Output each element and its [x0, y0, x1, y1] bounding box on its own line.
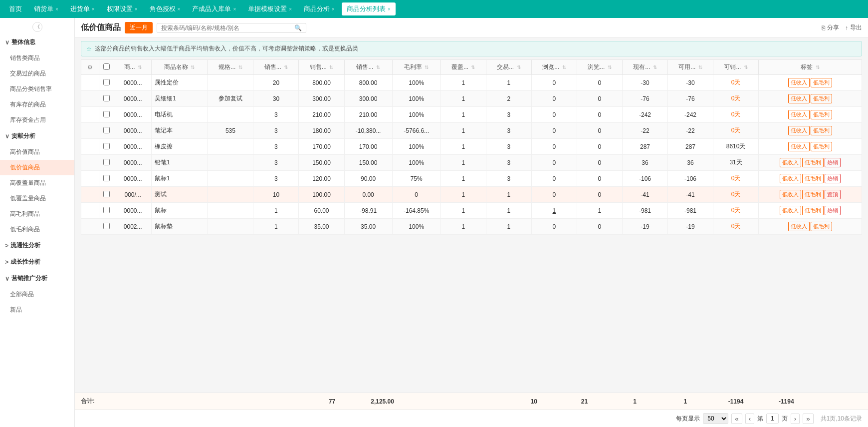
row-name-4[interactable]: 橡皮擦	[152, 139, 208, 155]
row-name-1[interactable]: 吴细细1	[152, 91, 208, 107]
sidebar-item-4-0[interactable]: 全部商品	[0, 287, 74, 302]
row-name-6[interactable]: 鼠标1	[152, 171, 208, 187]
nav-item-3[interactable]: 权限设置 ×	[102, 2, 143, 15]
col-stock3[interactable]: 可销... ⇅	[713, 60, 759, 75]
sidebar-item-1-0[interactable]: 高价值商品	[0, 144, 74, 160]
row-checkbox-0[interactable]	[99, 75, 114, 91]
export-button[interactable]: ↑ 导出	[845, 23, 862, 32]
prev-page-btn[interactable]: ‹	[745, 414, 754, 424]
row-name-5[interactable]: 铅笔1	[152, 155, 208, 171]
sidebar-item-1-2[interactable]: 高覆盖量商品	[0, 175, 74, 191]
col-coverage[interactable]: 覆盖... ⇅	[440, 60, 486, 75]
row-check-5[interactable]	[103, 159, 110, 165]
row-check-1[interactable]	[103, 95, 110, 101]
nav-close-icon-6[interactable]: ×	[289, 6, 292, 12]
col-s2[interactable]: 销售... ⇅	[299, 60, 344, 75]
sidebar-group-3[interactable]: >成长性分析	[0, 254, 74, 270]
col-trade[interactable]: 交易... ⇅	[486, 60, 531, 75]
sidebar-item-0-2[interactable]: 商品分类销售率	[0, 81, 74, 97]
row-checkbox-1[interactable]	[99, 91, 114, 107]
row-name-9[interactable]: 鼠标垫	[152, 219, 208, 235]
nav-item-8[interactable]: 商品分析列表 ×	[342, 2, 396, 15]
nav-close-icon-1[interactable]: ×	[55, 6, 58, 12]
row-check-7[interactable]	[103, 191, 110, 197]
share-button[interactable]: ⎘ 分享	[822, 23, 839, 32]
col-tags[interactable]: 标签 ⇅	[759, 60, 862, 75]
col-code[interactable]: 商... ⇅	[114, 60, 152, 75]
col-name[interactable]: 商品名称 ⇅	[152, 60, 208, 75]
nav-item-4[interactable]: 角色授权 ×	[145, 2, 186, 15]
col-browse1[interactable]: 浏览... ⇅	[531, 60, 577, 75]
search-input[interactable]	[161, 24, 292, 31]
row-name-2[interactable]: 电话机	[152, 107, 208, 123]
last-page-btn[interactable]: »	[803, 414, 813, 424]
settings-icon[interactable]: ⚙	[87, 64, 93, 71]
sidebar-item-1-3[interactable]: 低覆盖量商品	[0, 191, 74, 206]
sidebar-item-1-1[interactable]: 低价值商品	[0, 160, 74, 175]
col-margin[interactable]: 毛利率 ⇅	[392, 60, 440, 75]
row-check-8[interactable]	[103, 207, 110, 213]
sidebar-item-0-3[interactable]: 有库存的商品	[0, 97, 74, 112]
row-check-0[interactable]	[103, 79, 110, 85]
row-checkbox-8[interactable]	[99, 203, 114, 219]
nav-close-icon-5[interactable]: ×	[233, 6, 236, 12]
row-checkbox-3[interactable]	[99, 123, 114, 139]
sidebar-item-1-5[interactable]: 低毛利商品	[0, 222, 74, 237]
settings-col[interactable]: ⚙	[81, 60, 99, 75]
col-stock2[interactable]: 可用... ⇅	[668, 60, 713, 75]
row-checkbox-2[interactable]	[99, 107, 114, 123]
nav-item-6[interactable]: 单据模板设置 ×	[243, 2, 297, 15]
sidebar-collapse-button[interactable]: 《	[32, 22, 42, 32]
nav-close-icon-4[interactable]: ×	[178, 6, 181, 12]
filter-button[interactable]: 近一月	[125, 22, 153, 33]
row-checkbox-7[interactable]	[99, 187, 114, 203]
table-container[interactable]: ⚙ 商... ⇅ 商品名称 ⇅ 规格... ⇅ 销售... ⇅ 销售... ⇅ …	[75, 59, 868, 393]
nav-close-icon-3[interactable]: ×	[135, 6, 138, 12]
search-icon[interactable]: 🔍	[294, 24, 302, 31]
sidebar-item-1-4[interactable]: 高毛利商品	[0, 206, 74, 222]
col-s1[interactable]: 销售... ⇅	[253, 60, 299, 75]
row-s3-7: 0.00	[344, 187, 392, 203]
row-name-0[interactable]: 属性定价	[152, 75, 208, 91]
nav-close-icon-8[interactable]: ×	[388, 6, 391, 12]
row-checkbox-9[interactable]	[99, 219, 114, 235]
nav-close-icon-7[interactable]: ×	[332, 6, 335, 12]
browse-link[interactable]: 1	[553, 207, 556, 214]
row-checkbox-4[interactable]	[99, 139, 114, 155]
tag-低收入: 低收入	[780, 158, 801, 167]
nav-item-5[interactable]: 产成品入库单 ×	[187, 2, 241, 15]
sidebar-group-0[interactable]: ∨整体信息	[0, 34, 74, 50]
nav-item-0[interactable]: 首页	[4, 2, 27, 15]
col-s3[interactable]: 销售... ⇅	[344, 60, 392, 75]
select-all-checkbox[interactable]	[103, 63, 110, 70]
sidebar-group-2[interactable]: >流通性分析	[0, 237, 74, 254]
row-name-3[interactable]: 笔记本	[152, 123, 208, 139]
row-check-9[interactable]	[103, 223, 110, 229]
sidebar-item-0-0[interactable]: 销售类商品	[0, 50, 74, 66]
row-check-2[interactable]	[103, 111, 110, 117]
sidebar-group-1[interactable]: ∨贡献分析	[0, 128, 74, 144]
first-page-btn[interactable]: «	[731, 414, 742, 424]
row-spec-2	[208, 107, 253, 123]
col-stock1[interactable]: 现有... ⇅	[622, 60, 667, 75]
next-page-btn[interactable]: ›	[791, 414, 800, 424]
nav-close-icon-2[interactable]: ×	[92, 6, 95, 12]
row-name-8[interactable]: 鼠标	[152, 203, 208, 219]
row-checkbox-5[interactable]	[99, 155, 114, 171]
sidebar-item-0-4[interactable]: 库存资金占用	[0, 112, 74, 128]
row-check-3[interactable]	[103, 127, 110, 133]
sidebar-item-4-1[interactable]: 新品	[0, 302, 74, 318]
page-size-select[interactable]: 50 100 200	[703, 413, 728, 424]
row-stock1-2: -242	[622, 107, 667, 123]
nav-item-2[interactable]: 进货单 ×	[65, 2, 100, 15]
sidebar-group-4[interactable]: ∨营销推广分析	[0, 270, 74, 287]
nav-item-1[interactable]: 销货单 ×	[29, 2, 63, 15]
row-name-7[interactable]: 测试	[152, 187, 208, 203]
nav-item-7[interactable]: 商品分析 ×	[299, 2, 340, 15]
sidebar-item-0-1[interactable]: 交易过的商品	[0, 66, 74, 81]
row-check-4[interactable]	[103, 143, 110, 149]
col-spec[interactable]: 规格... ⇅	[208, 60, 253, 75]
row-checkbox-6[interactable]	[99, 171, 114, 187]
row-check-6[interactable]	[103, 175, 110, 181]
col-browse2[interactable]: 浏览... ⇅	[577, 60, 622, 75]
